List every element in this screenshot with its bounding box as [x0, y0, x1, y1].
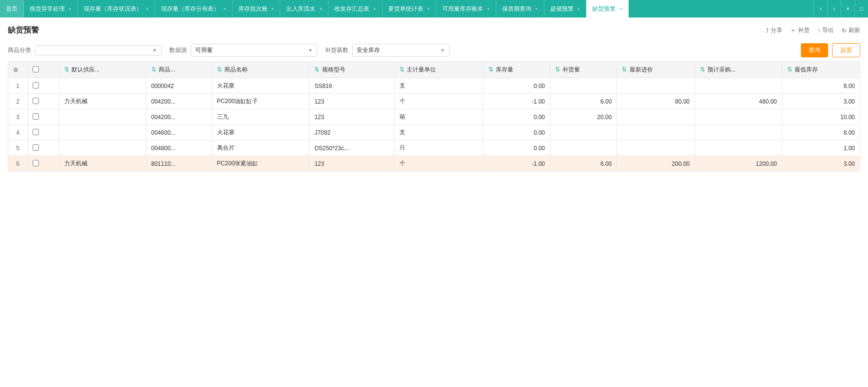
tab-close-icon[interactable]: × — [69, 6, 72, 12]
row-num: 2 — [8, 94, 28, 109]
tab-close-icon[interactable]: × — [578, 6, 580, 12]
row-num: 5 — [8, 141, 28, 156]
row-replenish: 6.00 — [550, 94, 616, 109]
replenish-base-value: 安全库存 — [357, 46, 380, 54]
th-unit: ⇅ 主计量单位 — [394, 62, 483, 78]
row-checkbox[interactable] — [33, 160, 39, 166]
row-checkbox[interactable] — [33, 98, 39, 104]
replenish-button[interactable]: ＋ 补货 — [790, 26, 810, 35]
table-row: 3 004200... 三九 123 箱 0.00 20.00 10.00 — [8, 109, 860, 125]
row-stock: 0.00 — [483, 141, 550, 156]
tab-label: 现存量（库存分布表） — [161, 5, 219, 13]
tab-inventory-dist[interactable]: 现存量（库存分布表） × — [155, 0, 233, 18]
tab-shortage[interactable]: 缺货预警 × — [586, 0, 629, 18]
row-supplier — [59, 141, 146, 156]
latest-price-sort-icon: ⇅ — [622, 66, 627, 73]
tab-overstock[interactable]: 超储预警 × — [544, 0, 587, 18]
filter-actions: 查询 设置 — [801, 43, 860, 57]
table-row: 5 004800... 离合片 DS250*23c... 只 0.00 1.00 — [8, 141, 860, 156]
row-stock: 0.00 — [483, 78, 550, 94]
row-checkbox-cell — [28, 78, 59, 94]
th-estimated-purchase-label: 预计采购... — [707, 66, 736, 73]
tab-maximize-btn[interactable]: □ — [854, 0, 868, 18]
tab-inout-flow[interactable]: 出入库流水 × — [280, 0, 328, 18]
row-checkbox[interactable] — [33, 129, 39, 135]
export-button[interactable]: ↑ 导出 — [817, 26, 834, 35]
tab-close-icon[interactable]: × — [319, 6, 322, 12]
tab-close-icon[interactable]: × — [146, 6, 149, 12]
table-row: 2 力天机械 004200... PC200油缸缸子 123 个 -1.00 6… — [8, 94, 860, 109]
tab-expiry[interactable]: 保质期查询 × — [496, 0, 544, 18]
page-title: 缺货预警 — [8, 25, 39, 35]
tab-batch-account[interactable]: 库存批次账 × — [233, 0, 281, 18]
tab-label: 缺货预警 — [592, 5, 615, 13]
tab-close-icon[interactable]: × — [373, 6, 376, 12]
table-header-row: ⚙ ⇅ 默认供应... ⇅ 商品... ⇅ 商品名称 ⇅ — [8, 62, 860, 78]
datasource-select[interactable]: 可用量 ▼ — [191, 44, 317, 57]
category-label: 商品分类 — [8, 46, 31, 54]
row-checkbox-cell — [28, 156, 59, 172]
table-body: 1 0000042 火花塞 SS816 支 0.00 8.00 2 力天机械 0… — [8, 78, 860, 172]
tab-label: 现存量（库存状况表） — [84, 5, 142, 13]
tab-close-icon[interactable]: × — [619, 6, 622, 12]
tab-close-icon[interactable]: × — [427, 6, 430, 12]
tab-home[interactable]: 首页 — [0, 0, 24, 18]
tab-close-icon[interactable]: × — [271, 6, 274, 12]
datasource-chevron-icon: ▼ — [308, 48, 313, 53]
row-product-code: 004200... — [146, 109, 212, 125]
category-chevron-icon: ▼ — [152, 48, 157, 53]
category-select[interactable]: ▼ — [35, 45, 162, 55]
select-all-checkbox[interactable] — [33, 66, 39, 72]
tab-receipt-summary[interactable]: 收发存汇总表 × — [328, 0, 382, 18]
tab-bar: 首页 拣货异常处理 × 现存量（库存状况表） × 现存量（库存分布表） × 库存… — [0, 0, 868, 18]
replenish-icon: ＋ — [790, 26, 796, 35]
tab-close-window-btn[interactable]: × — [841, 0, 854, 18]
tab-label: 拣货异常处理 — [30, 5, 65, 13]
replenish-sort-icon: ⇅ — [555, 66, 560, 73]
row-unit: 只 — [394, 141, 483, 156]
tab-label: 超储预警 — [550, 5, 574, 13]
row-product-name: 火花塞 — [212, 125, 309, 141]
tab-close-icon[interactable]: × — [535, 6, 538, 12]
tab-close-icon[interactable]: × — [487, 6, 490, 12]
th-supplier: ⇅ 默认供应... — [59, 62, 146, 78]
tab-order-stats[interactable]: 要货单统计表 × — [382, 0, 436, 18]
tab-close-icon[interactable]: × — [223, 6, 226, 12]
supplier-sort-icon: ⇅ — [64, 66, 69, 73]
tab-picking-exception[interactable]: 拣货异常处理 × — [24, 0, 78, 18]
row-checkbox[interactable] — [33, 144, 39, 151]
row-latest-price — [617, 78, 695, 94]
share-button[interactable]: ⤴ 分享 — [766, 26, 782, 35]
row-product-name: PC200张紧油缸 — [212, 156, 309, 172]
table-gear-icon[interactable]: ⚙ — [13, 67, 18, 73]
settings-button[interactable]: 设置 — [832, 43, 860, 57]
row-supplier — [59, 125, 146, 141]
row-latest-price: 200.00 — [617, 156, 695, 172]
refresh-button[interactable]: ↻ 刷新 — [842, 26, 860, 35]
row-min-stock: 3.00 — [782, 156, 860, 172]
replenish-base-select[interactable]: 安全库存 ▼ — [352, 44, 450, 57]
share-label: 分享 — [771, 26, 782, 35]
header-actions: ⤴ 分享 ＋ 补货 ↑ 导出 ↻ 刷新 — [766, 26, 860, 35]
tab-label: 保质期查询 — [502, 5, 531, 13]
tab-next-btn[interactable]: › — [827, 0, 841, 18]
tab-available-ledger[interactable]: 可用量库存账本 × — [436, 0, 496, 18]
category-filter-group: 商品分类 ▼ — [8, 45, 162, 55]
tab-prev-btn[interactable]: ‹ — [814, 0, 827, 18]
query-button[interactable]: 查询 — [801, 43, 828, 57]
row-unit: 支 — [394, 125, 483, 141]
th-checkbox — [28, 62, 59, 78]
table-row: 4 004600... 火花塞 J7092 支 0.00 8.00 — [8, 125, 860, 141]
row-checkbox-cell — [28, 109, 59, 125]
row-spec: 123 — [309, 94, 394, 109]
row-num: 1 — [8, 78, 28, 94]
export-label: 导出 — [822, 26, 834, 35]
row-stock: 0.00 — [483, 125, 550, 141]
product-name-sort-icon: ⇅ — [217, 66, 222, 73]
filter-row-1: 商品分类 ▼ 数据源 可用量 ▼ 补货基数 安全库存 ▼ 查询 设置 — [8, 43, 860, 57]
row-checkbox[interactable] — [33, 113, 39, 120]
replenish-base-filter-group: 补货基数 安全库存 ▼ — [325, 44, 450, 57]
row-checkbox[interactable] — [33, 82, 39, 88]
tab-home-label: 首页 — [6, 5, 18, 13]
tab-inventory-status[interactable]: 现存量（库存状况表） × — [78, 0, 155, 18]
